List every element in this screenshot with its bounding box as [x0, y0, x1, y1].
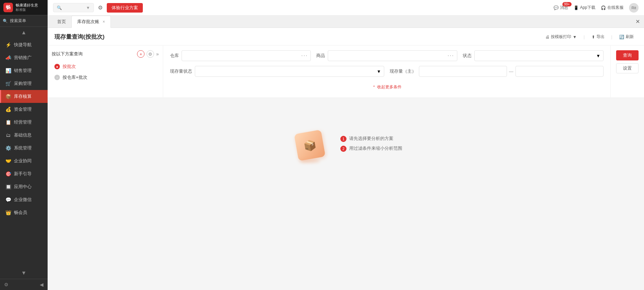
- company-name: 畅康通好生意: [16, 3, 38, 7]
- plan-label-warehouse-batch: 按仓库+批次: [63, 74, 87, 80]
- main-area: 🔍 ▼ ⚙ 体验行业方案 💬 消息 99+ 📱 App下载 🎧 在线客服: [48, 0, 644, 290]
- button-column: 查询 设置: [610, 46, 644, 97]
- print-dropdown-icon: ▼: [573, 35, 577, 39]
- basic-label: 基础信息: [14, 132, 32, 138]
- range-separator: —: [509, 69, 513, 74]
- sidebar-item-quicknav[interactable]: ⚡ 快捷导航: [0, 38, 48, 51]
- sidebar-item-finance[interactable]: 💰 资金管理: [0, 103, 48, 116]
- sidebar-item-basic[interactable]: 🗂 基础信息: [0, 129, 48, 142]
- page-actions: 🖨 按模板打印 ▼ | ⬆ 导出 | 🔄 刷新: [542, 33, 637, 41]
- online-service-btn[interactable]: 🎧 在线客服: [601, 5, 624, 11]
- page-title: 现存量查询(按批次): [54, 33, 104, 41]
- wechat-label: 企业微信: [14, 197, 32, 203]
- collapse-sidebar-btn[interactable]: ◀: [40, 282, 44, 287]
- sidebar-item-wechat[interactable]: 💬 企业微信: [0, 193, 48, 206]
- member-icon: 👑: [5, 210, 11, 215]
- scroll-down-btn[interactable]: ▼: [0, 268, 48, 278]
- sidebar-footer: ⚙ ◀: [0, 279, 48, 290]
- collapse-up-icon: ⌃: [372, 85, 376, 90]
- download-icon: 📱: [574, 5, 579, 10]
- collab-icon: 🤝: [5, 158, 11, 164]
- product-dots-icon: ···: [447, 53, 454, 59]
- sidebar-item-sales[interactable]: 📊 销售管理: [0, 64, 48, 77]
- status-label: 状态: [463, 53, 472, 59]
- app-version: 标准版: [16, 7, 38, 12]
- appstore-label: 应用中心: [14, 184, 32, 190]
- print-btn[interactable]: 🖨 按模板打印 ▼: [542, 33, 580, 41]
- sidebar-item-collab[interactable]: 🤝 企业协同: [0, 155, 48, 167]
- qty-range-min[interactable]: [419, 66, 507, 77]
- operations-label: 经营管理: [14, 119, 32, 125]
- tab-panel-close-btn[interactable]: ✕: [635, 18, 640, 25]
- print-icon: 🖨: [545, 35, 549, 39]
- sidebar-header: 畅 畅康通好生意 标准版: [0, 0, 48, 15]
- appstore-icon: 🔲: [5, 184, 11, 189]
- sidebar-item-inventory[interactable]: 📦 库存核算: [0, 90, 48, 103]
- quicknav-label: 快捷导航: [14, 42, 32, 48]
- member-label: 畅会员: [14, 210, 27, 216]
- sidebar-item-member[interactable]: 👑 畅会员: [0, 206, 48, 219]
- status-chevron-icon: ▼: [596, 53, 600, 58]
- tab-home[interactable]: 首页: [52, 16, 71, 28]
- product-field: 商品 ···: [316, 50, 457, 61]
- warehouse-input[interactable]: ···: [182, 50, 311, 61]
- export-btn[interactable]: ⬆ 导出: [588, 33, 608, 41]
- sidebar-item-purchase[interactable]: 🛒 采购管理: [0, 77, 48, 90]
- messages-btn[interactable]: 💬 消息 99+: [554, 5, 568, 11]
- tabs-bar: 首页 库存批次账 × ✕: [48, 16, 644, 28]
- step-1-text: 请先选择要分析的方案: [349, 135, 393, 142]
- sidebar-item-appstore[interactable]: 🔲 应用中心: [0, 180, 48, 193]
- tab-close-btn[interactable]: ×: [103, 19, 105, 24]
- collapse-more-btn[interactable]: ⌃ 收起更多条件: [170, 81, 604, 93]
- step-1-num: 1: [340, 136, 346, 142]
- purchase-label: 采购管理: [14, 80, 32, 87]
- topbar-dropdown-icon: ▼: [86, 5, 90, 10]
- qty-range-max[interactable]: [515, 66, 604, 77]
- add-plan-btn[interactable]: +: [137, 50, 145, 58]
- settings-icon[interactable]: ⚙: [4, 282, 9, 287]
- topbar-gear-icon[interactable]: ⚙: [98, 4, 103, 11]
- user-avatar-btn[interactable]: Rit: [629, 3, 639, 13]
- trial-industry-btn[interactable]: 体验行业方案: [107, 3, 143, 13]
- operations-icon: 📋: [5, 120, 11, 125]
- sidebar-item-operations[interactable]: 📋 经营管理: [0, 116, 48, 129]
- divider1: |: [583, 34, 584, 39]
- warehouse-dots-icon: ···: [301, 53, 308, 59]
- refresh-btn[interactable]: 🔄 刷新: [616, 33, 637, 41]
- filter-section: 按以下方案查询 + ⚙ » ● 按批次 ○: [48, 46, 644, 98]
- sidebar-item-system[interactable]: ⚙️ 系统管理: [0, 142, 48, 155]
- sidebar: 畅 畅康通好生意 标准版 🔍 搜索菜单 ▲ ⚡ 快捷导航 📣 营销推广 📊 销售…: [0, 0, 48, 290]
- collab-label: 企业协同: [14, 158, 32, 164]
- sidebar-item-guide[interactable]: 🎯 新手引导: [0, 167, 48, 180]
- plan-item-warehouse-batch[interactable]: ○ 按仓库+批次: [52, 72, 159, 83]
- plan-dot-batch: ●: [54, 64, 60, 69]
- scroll-up-btn[interactable]: ▲: [0, 28, 48, 38]
- filter-right-panel: 仓库 ··· 商品 ··· 状态: [163, 46, 610, 97]
- search-icon: 🔍: [3, 19, 8, 23]
- export-icon: ⬆: [592, 35, 595, 39]
- sales-label: 销售管理: [14, 68, 32, 74]
- warehouse-field: 仓库 ···: [170, 50, 311, 61]
- collapse-left-btn[interactable]: »: [156, 51, 159, 57]
- sidebar-item-marketing[interactable]: 📣 营销推广: [0, 51, 48, 64]
- search-menu[interactable]: 🔍 搜索菜单: [0, 15, 48, 27]
- status-select[interactable]: ▼: [474, 50, 604, 61]
- topbar-search-box[interactable]: 🔍 ▼: [53, 3, 94, 12]
- system-icon: ⚙️: [5, 145, 11, 151]
- settings-btn[interactable]: 设置: [616, 63, 639, 73]
- product-input[interactable]: ···: [328, 50, 457, 61]
- app-logo: 畅: [3, 3, 13, 12]
- settings-plan-btn[interactable]: ⚙: [147, 50, 154, 58]
- sales-icon: 📊: [5, 68, 11, 73]
- query-btn[interactable]: 查询: [616, 50, 639, 60]
- topbar-left: 🔍 ▼ ⚙ 体验行业方案: [53, 3, 143, 13]
- tab-inventory-batch[interactable]: 库存批次账 ×: [71, 16, 111, 28]
- app-download-btn[interactable]: 📱 App下载: [574, 5, 595, 11]
- app-info: 畅康通好生意 标准版: [16, 3, 38, 12]
- product-label: 商品: [316, 53, 325, 59]
- plan-item-batch[interactable]: ● 按批次: [52, 61, 159, 72]
- page-header: 现存量查询(按批次) 🖨 按模板打印 ▼ | ⬆ 导出 | 🔄 刷新: [48, 28, 644, 46]
- inventory-status-select[interactable]: ▼: [195, 66, 384, 77]
- message-icon: 💬: [554, 5, 559, 10]
- finance-icon: 💰: [5, 107, 11, 112]
